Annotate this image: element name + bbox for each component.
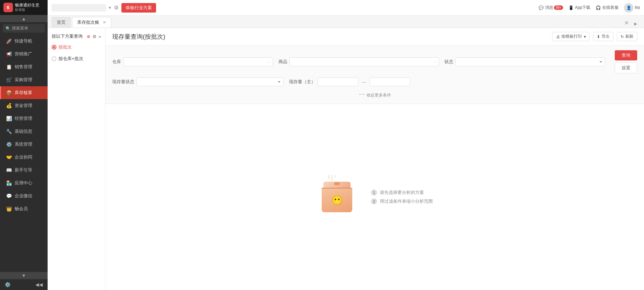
sidebar-item-label: 营销推广 bbox=[15, 51, 32, 57]
sidebar-item-basic[interactable]: 🔧 基础信息 bbox=[0, 125, 48, 138]
hint-item-2: 2 用过滤条件来缩小分析范围 bbox=[371, 198, 433, 204]
settings-btn[interactable]: 设置 bbox=[615, 62, 637, 73]
sidebar-item-marketing[interactable]: 📢 营销推广 bbox=[0, 48, 48, 60]
steam-3 bbox=[335, 175, 336, 178]
export-btn[interactable]: ⬇ 导出 bbox=[593, 32, 613, 41]
sidebar-item-label: 经营管理 bbox=[15, 115, 32, 122]
box-body: 😶 bbox=[322, 188, 352, 212]
refresh-btn[interactable]: ↻ 刷新 bbox=[617, 32, 637, 41]
form-row-1: 仓库 ··· 商品 ··· 状态 bbox=[112, 50, 637, 73]
user-profile[interactable]: 👤 Rit bbox=[624, 3, 640, 13]
hint-text-1: 请先选择要分析的方案 bbox=[380, 189, 424, 196]
page-content: 按以下方案查询 ⊕ ⚙ » 按批次 按仓库+批次 现存量查询(按批次) bbox=[48, 28, 644, 290]
online-service-btn[interactable]: 🎧 在线客服 bbox=[596, 5, 618, 11]
stock-status-select[interactable] bbox=[136, 77, 284, 86]
box-line bbox=[322, 188, 352, 188]
search-form: 仓库 ··· 商品 ··· 状态 bbox=[105, 46, 644, 104]
experience-btn[interactable]: 体验行业方案 bbox=[121, 3, 156, 13]
stock-qty-group: 现存量（主） — bbox=[289, 77, 460, 86]
product-dots-icon[interactable]: ··· bbox=[434, 59, 437, 64]
sidebar-item-enterprise[interactable]: 🤝 企业协同 bbox=[0, 151, 48, 164]
sidebar-item-shortcut[interactable]: 🚀 快捷导航 bbox=[0, 35, 48, 48]
user-name: Rit bbox=[635, 5, 640, 10]
sidebar-item-member[interactable]: 👑 畅会员 bbox=[0, 202, 48, 215]
online-service-label: 在线客服 bbox=[602, 5, 618, 11]
product-input[interactable] bbox=[289, 57, 439, 66]
collapse-more-btn[interactable]: ⌃⌃ 收起更多条件 bbox=[112, 90, 637, 99]
app-version: 标准版 bbox=[15, 7, 39, 12]
tab-close-icon[interactable]: ✕ bbox=[103, 20, 106, 25]
tab-inventory-batch[interactable]: 库存批次账 ✕ bbox=[72, 17, 111, 28]
product-label: 商品 bbox=[278, 59, 287, 65]
warehouse-label: 仓库 bbox=[112, 59, 121, 65]
phone-icon: 📱 bbox=[569, 5, 574, 10]
app-name: 畅康通好生意 bbox=[15, 3, 39, 7]
scroll-down-btn[interactable]: ▼ bbox=[0, 272, 48, 279]
message-icon: 💬 bbox=[539, 5, 544, 10]
sidebar-footer: ⚙️ ◀◀ bbox=[0, 279, 48, 290]
collapse-filter-icon[interactable]: » bbox=[99, 34, 101, 39]
form-actions: 查询 设置 bbox=[615, 50, 637, 73]
expand-tabs-icon[interactable]: ▶ bbox=[631, 20, 640, 28]
sidebar-item-appstore[interactable]: 🏪 应用中心 bbox=[0, 177, 48, 189]
filter-header-label: 按以下方案查询 bbox=[52, 33, 83, 39]
sidebar-item-weixin[interactable]: 💬 企业微信 bbox=[0, 189, 48, 202]
hint-num-2: 2 bbox=[371, 198, 377, 204]
add-filter-icon[interactable]: ⊕ bbox=[87, 34, 90, 39]
stock-status-group: 现存量状态 bbox=[112, 77, 284, 86]
app-logo: 6 bbox=[3, 3, 13, 12]
collapse-sidebar-icon[interactable]: ◀◀ bbox=[35, 282, 43, 287]
stock-qty-max-input[interactable] bbox=[370, 77, 410, 86]
sidebar-item-guide[interactable]: 📖 新手引导 bbox=[0, 164, 48, 177]
sidebar-item-operations[interactable]: 📊 经营管理 bbox=[0, 112, 48, 125]
export-icon: ⬇ bbox=[597, 34, 600, 39]
main-area: ▾ ⚙ 体验行业方案 💬 消息 99+ 📱 App下载 🎧 在线客服 👤 Rit bbox=[48, 0, 644, 290]
sidebar-item-inventory[interactable]: 📦 库存核算 bbox=[0, 86, 48, 99]
right-area: 现存量查询(按批次) 🖨 按模板打印 ▾ ⬇ 导出 ↻ 刷新 bbox=[105, 28, 644, 290]
messages-badge: 99+ bbox=[554, 5, 563, 10]
hint-text-2: 用过滤条件来缩小分析范围 bbox=[380, 198, 433, 204]
filter-item-batch[interactable]: 按批次 bbox=[48, 41, 105, 53]
empty-illustration: 😶 bbox=[317, 177, 357, 217]
sidebar-item-finance[interactable]: 💰 资金管理 bbox=[0, 99, 48, 112]
close-tab-panel-btn[interactable]: ✕ bbox=[622, 18, 631, 28]
sidebar: 6 畅康通好生意 标准版 ▲ 🔍 搜索菜单 🚀 快捷导航 📢 营销推广 📋 销售… bbox=[0, 0, 48, 290]
messages-btn[interactable]: 💬 消息 99+ bbox=[539, 5, 563, 11]
shortcut-icon: 🚀 bbox=[6, 38, 12, 44]
sidebar-item-purchase[interactable]: 🛒 采购管理 bbox=[0, 73, 48, 86]
warehouse-input[interactable] bbox=[123, 57, 273, 66]
app-download-btn[interactable]: 📱 App下载 bbox=[569, 5, 590, 11]
status-select[interactable] bbox=[455, 57, 605, 66]
query-btn[interactable]: 查询 bbox=[615, 50, 637, 60]
topbar-arrow-icon[interactable]: ▾ bbox=[109, 5, 111, 10]
inventory-icon: 📦 bbox=[6, 90, 12, 96]
warehouse-dots-icon[interactable]: ··· bbox=[268, 59, 271, 64]
sidebar-item-label: 畅会员 bbox=[15, 206, 28, 212]
steam-2 bbox=[332, 175, 333, 180]
sidebar-item-label: 销售管理 bbox=[15, 64, 32, 70]
guide-icon: 📖 bbox=[6, 167, 12, 173]
filter-radio-warehouse bbox=[52, 56, 56, 61]
settings-footer-icon[interactable]: ⚙️ bbox=[5, 282, 11, 287]
topbar-left: ▾ ⚙ 体验行业方案 bbox=[52, 3, 536, 13]
member-icon: 👑 bbox=[6, 206, 12, 212]
sidebar-item-system[interactable]: ⚙️ 系统管理 bbox=[0, 138, 48, 151]
stock-qty-min-input[interactable] bbox=[318, 77, 358, 86]
sidebar-search[interactable]: 🔍 搜索菜单 bbox=[3, 24, 45, 33]
print-dropdown-icon[interactable]: ▾ bbox=[584, 34, 586, 39]
tab-home[interactable]: 首页 bbox=[52, 17, 71, 28]
topbar-gear-icon[interactable]: ⚙ bbox=[114, 4, 119, 11]
sidebar-item-label: 应用中心 bbox=[15, 180, 32, 186]
warehouse-input-wrapper: ··· bbox=[123, 57, 273, 66]
filter-item-warehouse-batch[interactable]: 按仓库+批次 bbox=[48, 53, 105, 65]
sidebar-item-label: 库存核算 bbox=[15, 90, 32, 96]
print-btn[interactable]: 🖨 按模板打印 ▾ bbox=[552, 32, 590, 41]
sidebar-item-sales[interactable]: 📋 销售管理 bbox=[0, 60, 48, 73]
product-input-wrapper: ··· bbox=[289, 57, 439, 66]
page-header-actions: 🖨 按模板打印 ▾ ⬇ 导出 ↻ 刷新 bbox=[552, 32, 637, 41]
tabs-bar: 首页 库存批次账 ✕ ✕ ▶ bbox=[48, 16, 644, 28]
topbar-search-input[interactable] bbox=[52, 4, 106, 12]
scroll-up-btn[interactable]: ▲ bbox=[0, 15, 48, 22]
filter-settings-icon[interactable]: ⚙ bbox=[92, 34, 97, 39]
finance-icon: 💰 bbox=[6, 103, 12, 109]
